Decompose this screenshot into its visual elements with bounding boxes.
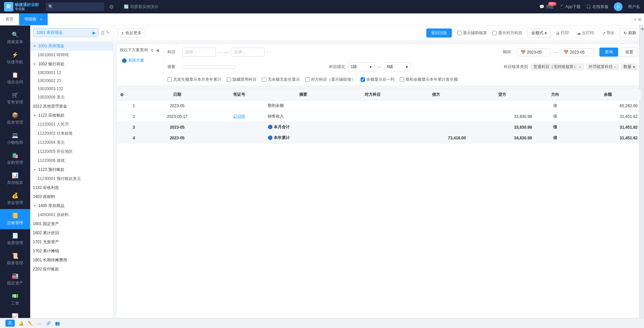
nav-item-search[interactable]: 🔍 搜索菜单 — [0, 28, 30, 48]
search-input[interactable] — [55, 4, 102, 9]
check-no-balance[interactable]: 无余额无发生显示 — [262, 77, 300, 82]
account-list-icon[interactable]: ☰ — [101, 30, 105, 36]
check-period-balance-input[interactable] — [400, 77, 404, 82]
check-period-balance[interactable]: 期初余额显示本年累计发生额 — [400, 77, 458, 82]
tree-item-10020002[interactable]: 10020002 23 — [30, 77, 113, 85]
check-no-balance-input[interactable] — [262, 77, 266, 82]
scheme-settings-icon[interactable]: ⚙ — [150, 48, 154, 53]
tree-item-1403[interactable]: 1403 原材料 — [30, 192, 113, 201]
check-balance-col-input[interactable] — [361, 77, 365, 82]
set-btn[interactable]: 设置 — [621, 47, 638, 57]
nav-item-quick[interactable]: ⚡ 快捷导航 — [0, 48, 30, 68]
tree-item-1701[interactable]: 1701 无形资产 — [30, 238, 113, 247]
nav-item-assets[interactable]: 🏭 固定资产 — [0, 269, 30, 289]
check-contra-input[interactable] — [305, 77, 310, 82]
tree-item-1132[interactable]: 1132 应收利息 — [30, 183, 113, 192]
scheme-collapse-icon[interactable]: ◀ — [156, 48, 159, 53]
window-max-btn[interactable]: ⊞ — [638, 17, 641, 22]
check-hide-disabled[interactable]: 隐藏禁用科目 — [227, 77, 257, 82]
show-contra-check[interactable]: 显示对方科目 — [492, 30, 522, 36]
tree-item-10020003[interactable]: 10020003 122 — [30, 85, 113, 93]
nav-item-project[interactable]: 📋 项目合同 — [0, 68, 30, 88]
tree-item-11220004[interactable]: 11220004 美元 — [30, 138, 113, 147]
period-from-input[interactable]: 📅 2023-05 — [518, 48, 551, 56]
nav-item-purchase[interactable]: 🛍️ 采购管理 — [0, 149, 30, 169]
show-aux-input[interactable] — [457, 31, 462, 35]
tree-item-1801[interactable]: 1801 长期待摊费用 — [30, 256, 113, 265]
period-to-input[interactable]: 📅 2023-05 — [560, 48, 594, 56]
voucher-link-006[interactable]: 记-006 — [233, 114, 245, 119]
check-balance-col[interactable]: 余额显示在一列 — [361, 77, 394, 82]
export-btn[interactable]: ↗ 导出 — [599, 28, 617, 38]
scheme-system[interactable]: 🔵 系统方案 — [120, 56, 159, 65]
tag-normal-close[interactable]: × — [579, 65, 581, 69]
tree-item-1601[interactable]: 1601 固定资产 — [30, 219, 113, 228]
tab-home[interactable]: 首页 — [0, 13, 19, 25]
nav-item-ecommerce[interactable]: 💻 小畅电商 — [0, 129, 30, 149]
tree-item-10010001[interactable]: 10010001 呵呵呵 — [30, 51, 113, 60]
cloud-print-btn[interactable]: ☁ 云打印 — [574, 28, 597, 38]
topbar-search-box[interactable]: 🔍 — [46, 2, 104, 11]
tab-ledger-close[interactable]: × — [40, 17, 42, 22]
tree-item-14050001[interactable]: 14050001 原材料 — [30, 210, 113, 219]
format-btn[interactable]: 金额式 ▾ — [528, 28, 550, 38]
right-panel-collapse-btn[interactable]: ◀ — [640, 27, 644, 30]
tag-foreign-close[interactable]: × — [614, 65, 616, 69]
nav-item-ledger[interactable]: 📒 总账管理 — [0, 209, 30, 229]
col-settings[interactable]: ⚙ — [116, 89, 127, 101]
query-btn[interactable]: 查询 — [599, 48, 618, 57]
user-avatar[interactable]: U — [614, 2, 623, 11]
summary-input[interactable] — [182, 65, 236, 69]
subject-to-input[interactable]: 选择... — [231, 48, 265, 57]
nav-item-inventory[interactable]: 📊 库存核算 — [0, 169, 30, 189]
nav-item-invoice[interactable]: 🧾 发票管理 — [0, 229, 30, 249]
nav-item-retail[interactable]: 🛒 零售管理 — [0, 88, 30, 109]
bottom-link-btn[interactable]: 🔗 — [46, 321, 51, 326]
tree-item-2202[interactable]: 2202 应付账款 — [30, 265, 113, 274]
check-no-occur-input[interactable] — [167, 77, 172, 82]
refresh-btn[interactable]: ↻ 刷新 — [620, 28, 640, 38]
nav-item-salary[interactable]: 💵 工资 — [0, 289, 30, 310]
tree-item-11220006[interactable]: 11220006 游戏 — [30, 156, 113, 165]
tree-item-10020001[interactable]: 10020001 12 — [30, 69, 113, 77]
return-old-btn[interactable]: 退回旧版 — [426, 28, 452, 38]
tree-item-11220001[interactable]: 11220001 人民币 — [30, 120, 113, 129]
check-no-occur[interactable]: 无发生额显示本月本年累计 — [167, 77, 221, 82]
demo-link[interactable]: 🔄 我要看实例演示 — [124, 4, 158, 10]
tag-quantity[interactable]: 数量 ▾ — [621, 63, 638, 70]
tree-item-1002[interactable]: ▼ 1002 银行存款 — [30, 60, 113, 69]
show-aux-check[interactable]: 显示辅助核算 — [457, 30, 487, 36]
tree-item-1001[interactable]: ▼ 1001 库存现金 — [30, 42, 113, 51]
level-to-select[interactable]: 6级 ▾ — [384, 62, 411, 71]
check-hide-disabled-input[interactable] — [227, 77, 231, 82]
lang-btn[interactable]: 英 — [5, 320, 15, 327]
check-contra[interactable]: 对方科目（显示辅助项） — [305, 77, 355, 82]
tree-item-10020006[interactable]: 10020006 美元 — [30, 93, 113, 102]
tree-item-11230001[interactable]: 11230001 预付账款美元 — [30, 174, 113, 183]
message-btn[interactable]: 💬 消息 99+ — [539, 4, 554, 10]
print-btn[interactable]: 🖨 打印 — [553, 28, 572, 38]
tree-item-1702[interactable]: 1702 累计摊销 — [30, 247, 113, 256]
nav-item-finance[interactable]: 💰 资金管理 — [0, 189, 30, 209]
bottom-users-btn[interactable]: 👥 — [55, 321, 60, 326]
show-contra-input[interactable] — [492, 31, 497, 35]
account-selected[interactable]: 1001 库存现金 ▶ — [34, 28, 99, 37]
tab-ledger[interactable]: 明细账 × — [19, 13, 48, 25]
bottom-edit-btn[interactable]: ✏️ — [28, 321, 33, 326]
subject-from-input[interactable]: 选择... — [182, 48, 216, 57]
tree-item-11220005[interactable]: 11220005 所在地区 — [30, 147, 113, 156]
tree-item-1602[interactable]: 1602 累计折旧 — [30, 228, 113, 238]
online-service-btn[interactable]: 🎧 在线客服 — [586, 4, 608, 10]
account-edit-icon[interactable]: ✎ — [106, 30, 110, 35]
bottom-notifications-btn[interactable]: 🔔 — [19, 321, 24, 326]
tree-item-1122[interactable]: ▼ 1122 应收账款 — [30, 111, 113, 120]
collapse-btn[interactable]: ∧ 收起更多 — [117, 28, 145, 38]
nav-item-wholesale[interactable]: 📦 批发管理 — [0, 109, 30, 129]
tree-item-11220002[interactable]: 11220002 往来标签 — [30, 129, 113, 138]
window-close-btn[interactable]: × — [634, 17, 637, 22]
level-from-select[interactable]: 1级 ▾ — [348, 62, 375, 71]
settings-gear-icon[interactable]: ⚙ — [107, 4, 116, 10]
tree-item-1012[interactable]: 1012 其他货币资金 — [30, 102, 113, 111]
bottom-cloud-btn[interactable]: ☁️ — [37, 321, 42, 326]
tree-item-1405[interactable]: ▼ 1405 库存商品 — [30, 201, 113, 210]
